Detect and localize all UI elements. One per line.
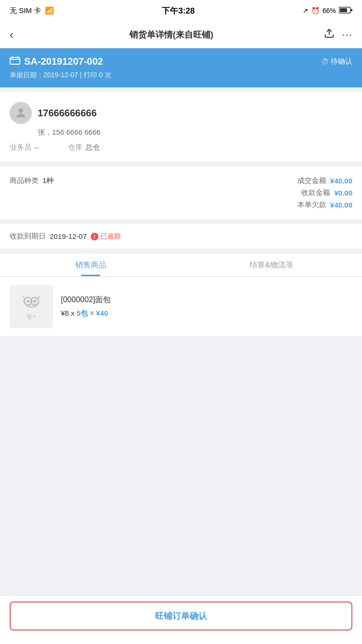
- product-thumbnail: 管+: [10, 285, 53, 328]
- back-button[interactable]: ‹: [10, 28, 29, 42]
- status-left: 无 SIM 卡 📶: [10, 6, 54, 15]
- salesperson-info: 业务员 --: [10, 143, 39, 152]
- product-item: 管+ [0000002]面包 ¥8 x 5包 = ¥40: [0, 277, 362, 336]
- bottom-bar: 旺铺订单确认: [0, 595, 362, 644]
- order-date: 单据日期：2019-12-07 | 打印 0 次: [10, 71, 352, 80]
- product-tabs: 销售商品 结算&物流等: [0, 253, 362, 277]
- customer-meta: 业务员 -- 仓库 总仓: [10, 143, 352, 152]
- wifi-icon: 📶: [45, 6, 54, 15]
- nav-actions: ···: [314, 28, 352, 41]
- customer-card: 17666666666 张，156 6666 6666 业务员 -- 仓库 总仓: [0, 92, 362, 162]
- overdue-dot-icon: !: [91, 233, 98, 240]
- product-unit-price: ¥8: [61, 309, 69, 317]
- product-info: [0000002]面包 ¥8 x 5包 = ¥40: [61, 295, 352, 318]
- product-types-label: 商品种类: [10, 176, 39, 185]
- confirm-order-button[interactable]: 旺铺订单确认: [10, 602, 352, 630]
- alarm-icon: ⏰: [311, 7, 320, 14]
- product-list: 管+ [0000002]面包 ¥8 x 5包 = ¥40: [0, 277, 362, 336]
- battery-icon: [339, 7, 352, 15]
- warehouse-label: 仓库: [68, 143, 83, 152]
- warehouse-info: 仓库 总仓: [68, 143, 100, 152]
- tab-settlement[interactable]: 结算&物流等: [181, 253, 362, 276]
- no-sim-text: 无 SIM 卡: [10, 6, 41, 15]
- times-symbol: x: [71, 309, 77, 317]
- product-price-row: ¥8 x 5包 = ¥40: [61, 309, 352, 318]
- overdue-date: 2019-12-07: [50, 232, 87, 240]
- svg-point-12: [33, 300, 36, 303]
- product-name: [0000002]面包: [61, 295, 352, 305]
- overdue-badge: ! 已逾期: [91, 232, 121, 241]
- customer-name: 张，156 6666 6666: [38, 128, 352, 137]
- overdue-label: 收款到期日: [10, 232, 46, 241]
- owed-amount-row: 本单欠款 ¥40.00: [297, 200, 352, 210]
- status-right: ↗ ⏰ 66%: [303, 7, 352, 15]
- clock-icon: ⏱: [321, 57, 329, 66]
- product-qty: 5包: [77, 309, 88, 317]
- owed-amount-label: 本单欠款: [297, 200, 326, 210]
- more-icon[interactable]: ···: [342, 28, 352, 41]
- deal-amount-label: 成交金额: [297, 176, 326, 185]
- equals-symbol: =: [90, 309, 96, 317]
- page-title: 销货单详情(来自旺铺): [29, 29, 314, 41]
- overdue-card: 收款到期日 2019-12-07 ! 已逾期: [0, 224, 362, 249]
- summary-left: 商品种类 1种: [10, 176, 54, 185]
- status-bar: 无 SIM 卡 📶 下午3:28 ↗ ⏰ 66%: [0, 0, 362, 21]
- location-icon: ↗: [303, 7, 308, 14]
- svg-point-8: [18, 109, 23, 113]
- product-total: ¥40: [96, 309, 108, 317]
- received-amount-label: 收款金额: [301, 188, 330, 197]
- summary-right: 成交金额 ¥40.00 收款金额 ¥0.00 本单欠款 ¥40.00: [297, 176, 352, 210]
- received-amount-row: 收款金额 ¥0.00: [301, 188, 352, 197]
- salesperson-label: 业务员: [10, 143, 31, 152]
- order-header: SA-20191207-002 ⏱ 待确认 单据日期：2019-12-07 | …: [0, 48, 362, 87]
- product-types-value: 1种: [42, 176, 54, 185]
- deal-amount-row: 成交金额 ¥40.00: [297, 176, 352, 185]
- share-icon[interactable]: [324, 28, 334, 41]
- summary-card: 商品种类 1种 成交金额 ¥40.00 收款金额 ¥0.00 本单欠款 ¥40.…: [0, 167, 362, 219]
- tab-products[interactable]: 销售商品: [0, 253, 181, 276]
- owed-amount-value: ¥40.00: [330, 201, 352, 209]
- svg-rect-6: [12, 56, 13, 58]
- order-status: ⏱ 待确认: [321, 57, 352, 66]
- svg-rect-1: [340, 8, 347, 12]
- product-thumb-brand-text: 管+: [27, 313, 36, 321]
- order-icon: [10, 56, 20, 67]
- warehouse-value: 总仓: [85, 143, 100, 152]
- product-types-row: 商品种类 1种: [10, 176, 54, 185]
- svg-point-11: [27, 300, 29, 303]
- order-id: SA-20191207-002: [10, 56, 103, 67]
- overdue-text: 已逾期: [100, 232, 121, 241]
- bottom-space: [0, 336, 362, 394]
- svg-rect-7: [17, 56, 18, 58]
- product-thumb-logo-icon: 管+: [20, 293, 43, 321]
- customer-avatar: [10, 102, 32, 124]
- received-amount-value: ¥0.00: [334, 189, 352, 197]
- customer-phone: 17666666666: [38, 108, 97, 119]
- svg-rect-5: [10, 57, 20, 64]
- nav-bar: ‹ 销货单详情(来自旺铺) ···: [0, 21, 362, 48]
- status-time: 下午3:28: [162, 5, 195, 16]
- salesperson-value: --: [34, 143, 39, 152]
- battery-text: 66%: [322, 7, 336, 14]
- svg-rect-2: [351, 9, 352, 11]
- deal-amount-value: ¥40.00: [330, 177, 352, 185]
